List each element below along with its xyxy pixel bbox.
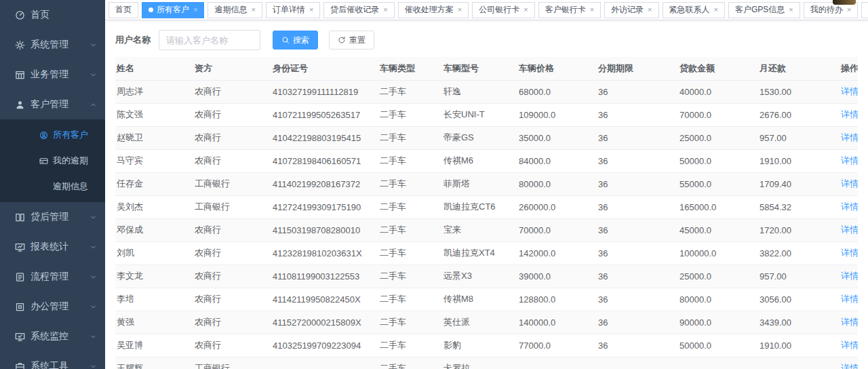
cell-vehicle-type: 二手车: [378, 149, 442, 172]
close-icon[interactable]: ×: [251, 6, 255, 14]
sidebar-item-customer-mgmt[interactable]: 客户管理: [0, 90, 105, 119]
cell-vehicle-model: 长安UNI-T: [442, 103, 517, 126]
tab[interactable]: 催收处理方案 ×: [398, 2, 469, 18]
cell-name: 李文龙: [115, 265, 193, 288]
sidebar-item-office-mgmt[interactable]: 办公管理: [0, 292, 105, 322]
close-icon[interactable]: ×: [383, 6, 387, 14]
main-area: 首页 所有客户 × 逾期信息 × 订单详情 ×: [105, 0, 868, 369]
tab[interactable]: 订单详情 ×: [266, 2, 320, 18]
detail-link[interactable]: 详情: [841, 178, 858, 189]
tab[interactable]: 逾期信息 ×: [208, 2, 262, 18]
search-button[interactable]: 搜索: [273, 31, 318, 50]
cell-name: 黄强: [115, 311, 193, 334]
toolbox-icon: [15, 362, 25, 369]
close-icon[interactable]: ×: [714, 6, 718, 14]
table-row: 周志洋 农商行 410327199111112819 二手车 轩逸 68000.…: [115, 80, 858, 103]
sidebar-item-process-mgmt[interactable]: 流程管理: [0, 262, 105, 292]
user-avatar[interactable]: [833, 0, 856, 5]
cell-monthly-payment: 1720.00: [758, 218, 840, 241]
detail-link[interactable]: 详情: [841, 340, 858, 350]
sidebar-item-postloan-mgmt[interactable]: 贷后管理: [0, 202, 105, 232]
sidebar-item-overdue-info[interactable]: 逾期信息: [0, 174, 105, 199]
search-button-label: 搜索: [293, 35, 309, 46]
cell-term: 36: [597, 241, 678, 265]
cell-term: 36: [597, 80, 678, 103]
close-icon[interactable]: ×: [789, 6, 793, 14]
tab[interactable]: 客户GPS信息 ×: [728, 2, 800, 18]
tab[interactable]: 紧急联系人 ×: [663, 2, 725, 18]
office-icon: [15, 302, 25, 312]
sidebar-item-all-customers[interactable]: 所有客户: [0, 122, 105, 148]
detail-link[interactable]: 详情: [841, 201, 858, 212]
tab-label: 客户GPS信息: [735, 4, 785, 16]
close-icon[interactable]: ×: [309, 6, 313, 14]
cell-name: 吴刘杰: [115, 195, 193, 218]
tab[interactable]: 所有客户 ×: [142, 2, 204, 18]
reset-button[interactable]: 重置: [329, 31, 374, 50]
detail-link[interactable]: 详情: [841, 109, 858, 119]
cell-vehicle-type: 二手车: [378, 126, 442, 149]
sidebar-item-label: 流程管理: [31, 271, 90, 283]
tab[interactable]: 客户银行卡 ×: [538, 2, 601, 18]
cell-funder: 农商行: [193, 265, 271, 288]
cell-funder: 农商行: [193, 241, 271, 265]
col-header-actions: 操作: [840, 57, 858, 80]
cell-id: [271, 357, 378, 369]
sidebar-item-label: 办公管理: [31, 300, 90, 313]
sidebar-item-system-monitor[interactable]: 系统监控: [0, 322, 105, 351]
sidebar-item-my-overdue[interactable]: 我的逾期: [0, 148, 105, 174]
cell-vehicle-model: 凯迪拉克CT6: [442, 195, 517, 218]
detail-link[interactable]: 详情: [841, 132, 858, 142]
cell-vehicle-price: 142000.0: [517, 241, 597, 265]
col-header-vehicle-price: 车辆价格: [517, 57, 597, 80]
close-icon[interactable]: ×: [458, 6, 462, 14]
cell-loan-amount: [678, 357, 758, 369]
tab[interactable]: 我的流程 ×: [861, 2, 868, 18]
cell-loan-amount: 90000.0: [678, 311, 758, 334]
close-icon[interactable]: ×: [847, 6, 851, 14]
tab[interactable]: 外访记录 ×: [604, 2, 658, 18]
cell-vehicle-model: 传祺M6: [442, 149, 517, 172]
monitor-check-icon: [15, 332, 25, 342]
detail-link[interactable]: 详情: [841, 155, 858, 166]
refresh-icon: [338, 36, 346, 44]
sidebar-item-label: 逾期信息: [53, 180, 88, 193]
detail-link[interactable]: 详情: [841, 317, 858, 327]
cell-vehicle-type: 二手车: [378, 80, 442, 103]
table-row: 黄强 农商行 41152720000215809X 二手车 英仕派 140000…: [115, 311, 858, 334]
sidebar-item-system-tools[interactable]: 系统工具: [0, 351, 105, 369]
detail-link[interactable]: 详情: [841, 86, 858, 96]
tab[interactable]: 公司银行卡 ×: [472, 2, 534, 18]
close-icon[interactable]: ×: [524, 6, 528, 14]
sidebar-item-label: 我的逾期: [53, 155, 88, 167]
close-icon[interactable]: ×: [590, 6, 594, 14]
cell-vehicle-model: 帝豪GS: [442, 126, 517, 149]
detail-link[interactable]: 详情: [841, 363, 858, 369]
sidebar-item-business-mgmt[interactable]: 业务管理: [0, 60, 105, 90]
sidebar-item-system-mgmt[interactable]: 系统管理: [0, 30, 105, 60]
cell-vehicle-type: 二手车: [378, 103, 442, 126]
gear-icon: [15, 40, 25, 50]
tab[interactable]: 贷后催收记录 ×: [323, 2, 394, 18]
tab[interactable]: 首页: [108, 2, 138, 18]
detail-link[interactable]: 详情: [841, 294, 858, 304]
cell-loan-amount: 25000.0: [678, 126, 758, 149]
cell-monthly-payment: 5854.32: [758, 195, 840, 218]
sidebar-item-label: 首页: [31, 9, 97, 21]
table-header-row: 姓名 资方 身份证号 车辆类型 车辆型号 车辆价格 分期期限 贷款金额 月还款 …: [115, 57, 858, 80]
detail-link[interactable]: 详情: [841, 225, 858, 235]
cell-funder: 农商行: [193, 288, 271, 311]
cell-id: 410327199111112819: [271, 80, 378, 103]
detail-link[interactable]: 详情: [841, 271, 858, 281]
close-icon[interactable]: ×: [193, 6, 197, 14]
customer-name-input[interactable]: [159, 30, 260, 50]
sidebar-item-label: 系统监控: [31, 330, 90, 343]
detail-link[interactable]: 详情: [841, 248, 858, 258]
sidebar-item-home[interactable]: 首页: [0, 0, 105, 30]
col-header-id: 身份证号: [271, 57, 378, 80]
cell-vehicle-price: 39000.0: [517, 265, 597, 288]
cell-loan-amount: 50000.0: [678, 149, 758, 172]
sidebar-item-report-stats[interactable]: 报表统计: [0, 232, 105, 262]
cell-vehicle-type: 二手车: [378, 357, 442, 369]
close-icon[interactable]: ×: [648, 6, 652, 14]
